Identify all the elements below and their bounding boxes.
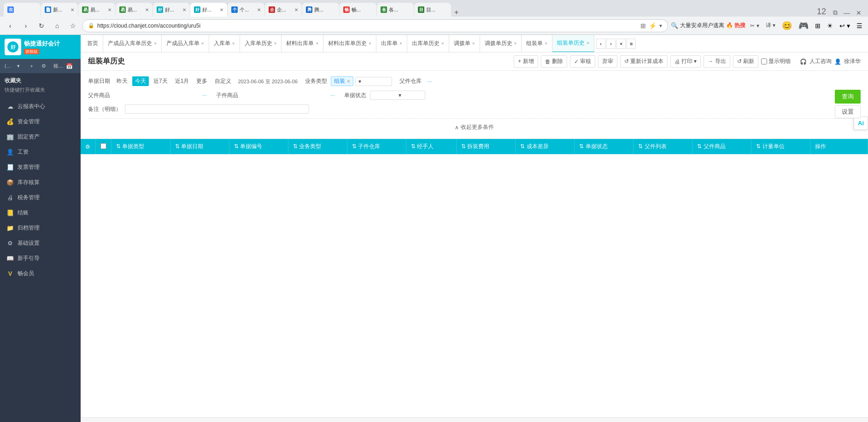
th-business-type[interactable]: ⇅ 业务类型 (288, 139, 347, 154)
browser-tab-0[interactable]: 在 (4, 3, 41, 17)
tab-transfer[interactable]: 调拨单 × (449, 35, 480, 52)
sidebar-item-payroll[interactable]: 👤 工资 (0, 145, 81, 160)
date-7days[interactable]: 近7天 (151, 76, 170, 86)
delete-button[interactable]: 🗑 删除 (541, 55, 567, 68)
query-button[interactable]: 查询 (835, 90, 861, 104)
tab-close-outbound[interactable]: × (399, 41, 402, 46)
lightning-icon[interactable]: ⚡ (649, 22, 657, 29)
undo-button[interactable]: ↩ ▾ (838, 22, 852, 29)
tab-close-2[interactable]: ✕ (108, 7, 111, 12)
tab-close-production-inbound-history[interactable]: × (154, 41, 157, 46)
export-button[interactable]: → 导出 (704, 55, 730, 68)
th-parent-list[interactable]: ⇅ 父件列表 (633, 139, 692, 154)
dropdown-arrow-icon[interactable]: ▾ (659, 23, 662, 29)
browser-tab-8[interactable]: 腾 腾... (302, 3, 339, 17)
tab-close-material-outbound[interactable]: × (316, 41, 318, 46)
sidebar-item-member[interactable]: V 畅会员 (0, 266, 81, 281)
browser-tab-4[interactable]: 好 好... ✕ (153, 3, 190, 17)
show-detail-checkbox[interactable]: 显示明细 (761, 58, 791, 65)
unapprove-button[interactable]: 弃审 (598, 55, 617, 68)
tab-outbound-history[interactable]: 出库单历史 × (407, 35, 449, 52)
calendar-icon[interactable]: 📅 (66, 63, 76, 69)
tab-close-5[interactable]: ✕ (257, 7, 261, 12)
sidebar-item-cloud-report[interactable]: ☁ 云报表中心 (0, 99, 81, 114)
tab-close-1[interactable]: ✕ (70, 7, 74, 12)
show-detail-input[interactable] (761, 58, 767, 64)
reload-button[interactable]: ↻ (35, 19, 48, 32)
th-child-warehouse[interactable]: ⇅ 子件仓库 (347, 139, 406, 154)
th-unit[interactable]: ⇅ 计量单位 (751, 139, 810, 154)
new-tab-button[interactable]: + (452, 8, 461, 17)
browser-tab-7[interactable]: 好 好... ✕ (190, 3, 227, 17)
th-doc-date[interactable]: ⇅ 单据日期 (170, 139, 229, 154)
tabs-scroll-left[interactable]: ‹ (596, 39, 605, 49)
tab-close-6[interactable]: ✕ (294, 7, 298, 12)
settings-button[interactable]: 设置 (835, 105, 861, 118)
th-doc-status[interactable]: ⇅ 单据状态 (575, 139, 633, 154)
sidebar-item-inventory[interactable]: 📦 库存核算 (0, 175, 81, 190)
company-selector[interactable]: (勿删勿禁用) 江西服宝测试专用 ▾ ＋ ⚙ 账期 2021-10 📅 (0, 59, 81, 73)
browser-tab-5[interactable]: 个 个... ✕ (228, 3, 264, 17)
collapse-button[interactable]: ∧ 收起更多条件 (88, 121, 861, 133)
tabs-scroll-right[interactable]: › (606, 39, 616, 49)
favorites-subtitle[interactable]: 快捷键打开收藏夹 (5, 87, 76, 93)
window-minimize-icon[interactable]: — (841, 9, 853, 17)
tab-material-outbound[interactable]: 材料出库单 × (282, 35, 323, 52)
browser-tab-3[interactable]: 易 易... ✕ (116, 3, 152, 17)
tab-close-outbound-history[interactable]: × (441, 41, 444, 46)
th-settings[interactable]: ⚙ (81, 139, 95, 154)
tab-assembly[interactable]: 组装单 × (522, 35, 552, 52)
menu-button[interactable]: ☰ (855, 22, 864, 29)
browser-tab-10[interactable]: 各 各... (377, 3, 414, 17)
tab-close-assembly[interactable]: × (545, 41, 547, 46)
business-type-select[interactable]: ▾ (355, 77, 392, 86)
sidebar-item-fund[interactable]: 💰 资金管理 (0, 114, 81, 129)
tab-close-7[interactable]: ✕ (220, 7, 223, 12)
tab-inbound[interactable]: 入库单 × (209, 35, 240, 52)
theme-button[interactable]: ☀ (825, 22, 835, 29)
horizontal-scrollbar[interactable] (81, 417, 868, 422)
approve-button[interactable]: ✓ 审核 (570, 55, 595, 68)
cut-button[interactable]: ✂ ▾ (748, 23, 761, 29)
th-doc-number[interactable]: ⇅ 单据编号 (229, 139, 288, 154)
recalculate-button[interactable]: ↺ 重新计算成本 (620, 55, 668, 68)
ai-sidebar-button[interactable]: Ai (854, 116, 868, 130)
tab-close-4[interactable]: ✕ (182, 7, 186, 12)
address-bar[interactable]: 🔒 https://cloud.chanjet.com/accounting/u… (82, 19, 668, 32)
order-status-select[interactable]: ▾ (370, 91, 425, 100)
browser-tab-2[interactable]: 易 易... ✕ (78, 3, 115, 17)
grid-icon[interactable]: ⊞ (640, 22, 646, 29)
tab-transfer-history[interactable]: 调拨单历史 × (480, 35, 522, 52)
parent-goods-more[interactable]: ··· (200, 92, 209, 98)
tab-close-3[interactable]: ✕ (145, 7, 149, 12)
browser-tab-11[interactable]: 目 目... (414, 3, 451, 17)
tab-close-transfer-history[interactable]: × (514, 41, 517, 46)
forward-button[interactable]: › (19, 19, 32, 32)
sidebar-item-fixed-assets[interactable]: 🏢 固定资产 (0, 129, 81, 145)
tabs-dropdown[interactable]: × (616, 39, 626, 49)
tab-close-assembly-history[interactable]: × (586, 40, 589, 46)
business-type-tag-close[interactable]: × (347, 78, 350, 85)
date-1month[interactable]: 近1月 (172, 76, 192, 86)
add-button[interactable]: + 新增 (514, 55, 538, 68)
service-label[interactable]: 人工咨询 (809, 58, 832, 65)
tab-close-transfer[interactable]: × (472, 41, 475, 46)
tab-outbound[interactable]: 出库单 × (376, 35, 407, 52)
window-close-icon[interactable]: ✕ (853, 9, 864, 17)
browser-tab-1[interactable]: 📄 新... ✕ (41, 3, 78, 17)
th-assembly-cost[interactable]: ⇅ 拆装费用 (457, 139, 516, 154)
settings-gear-icon[interactable]: ⚙ (85, 144, 90, 150)
grid-apps-button[interactable]: ⊞ (813, 22, 822, 29)
tab-inbound-history[interactable]: 入库单历史 × (240, 35, 282, 52)
sidebar-item-archive[interactable]: 📁 归档管理 (0, 220, 81, 236)
tabs-settings[interactable]: ≡ (627, 39, 636, 49)
emoji-button[interactable]: 😊 (780, 21, 794, 31)
browser-tab-9[interactable]: 畅 畅... (340, 3, 376, 17)
print-button[interactable]: 🖨 打印 ▾ (670, 55, 701, 68)
tab-close-production-inbound[interactable]: × (201, 41, 204, 46)
remark-input[interactable] (125, 104, 309, 114)
select-all-checkbox[interactable] (100, 143, 106, 149)
tab-close-inbound-history[interactable]: × (274, 41, 277, 46)
date-today[interactable]: 今天 (132, 76, 149, 86)
sidebar-item-close-account[interactable]: 📒 结账 (0, 205, 81, 220)
